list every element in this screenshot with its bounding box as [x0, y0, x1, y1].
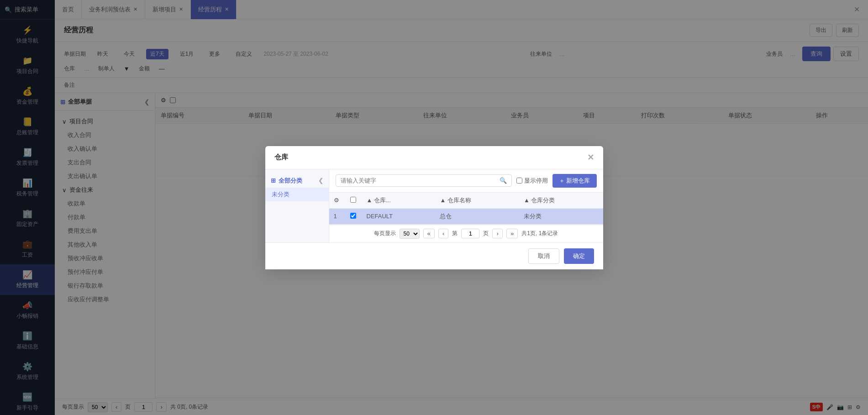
modal-col-category[interactable]: ▲ 仓库分类 — [519, 193, 603, 209]
modal-last-btn[interactable]: » — [506, 229, 518, 238]
warehouse-modal: 仓库 ✕ ⊞ 全部分类 ❮ 未分类 🔍 — [265, 146, 603, 269]
modal-confirm-button[interactable]: 确定 — [564, 248, 594, 264]
modal-left-header[interactable]: ⊞ 全部分类 ❮ — [265, 174, 329, 188]
add-warehouse-button[interactable]: ＋ 新增仓库 — [552, 174, 597, 188]
grid-icon-modal: ⊞ — [271, 177, 276, 184]
modal-title: 仓库 — [274, 153, 288, 162]
modal-search-input[interactable] — [341, 177, 497, 184]
modal-row-code: DEFAULT — [362, 208, 436, 224]
modal-page-input[interactable] — [461, 229, 479, 238]
modal-right-toolbar: 🔍 显示停用 ＋ 新增仓库 — [329, 169, 603, 193]
modal-left-panel: ⊞ 全部分类 ❮ 未分类 — [265, 169, 329, 242]
modal-left-collapse[interactable]: ❮ — [318, 177, 323, 184]
modal-next-btn[interactable]: › — [492, 229, 502, 238]
modal-all-category-label: 全部分类 — [279, 177, 302, 185]
modal-left-item-label: 未分类 — [272, 191, 289, 198]
modal-right-panel: 🔍 显示停用 ＋ 新增仓库 ⚙ — [329, 169, 603, 242]
modal-page-suffix: 页 — [483, 230, 489, 237]
show-disabled-label[interactable]: 显示停用 — [516, 177, 548, 185]
modal-select-all[interactable] — [350, 197, 356, 203]
modal-left-item-uncategorized[interactable]: 未分类 — [265, 188, 329, 201]
modal-search-box[interactable]: 🔍 — [336, 174, 512, 187]
modal-row-check[interactable] — [350, 213, 356, 219]
modal-page-label: 第 — [452, 230, 458, 237]
modal-col-settings: ⚙ — [329, 193, 346, 209]
show-disabled-checkbox[interactable] — [516, 178, 522, 184]
modal-cancel-button[interactable]: 取消 — [528, 248, 559, 264]
modal-first-btn[interactable]: « — [423, 229, 435, 238]
modal-prev-btn[interactable]: ‹ — [438, 229, 448, 238]
modal-row-category: 未分类 — [519, 208, 603, 224]
modal-col-name[interactable]: ▲ 仓库名称 — [435, 193, 519, 209]
modal-col-code[interactable]: ▲ 仓库... — [362, 193, 436, 209]
modal-per-page-label: 每页显示 — [374, 230, 396, 237]
modal-pagination: 每页显示 50 « ‹ 第 页 › » 共1页, 1条记录 — [329, 225, 603, 242]
modal-close-button[interactable]: ✕ — [587, 152, 594, 163]
modal-header: 仓库 ✕ — [265, 146, 603, 169]
modal-body: ⊞ 全部分类 ❮ 未分类 🔍 显示停用 — [265, 169, 603, 242]
modal-total-text: 共1页, 1条记录 — [521, 230, 558, 237]
modal-table-row[interactable]: 1 DEFAULT 总仓 未分类 — [329, 208, 603, 224]
modal-table: ⚙ ▲ 仓库... ▲ 仓库名称 ▲ 仓库分类 — [329, 193, 603, 225]
modal-table-container: ⚙ ▲ 仓库... ▲ 仓库名称 ▲ 仓库分类 — [329, 193, 603, 225]
modal-per-page-select[interactable]: 50 — [400, 229, 420, 239]
modal-search-icon: 🔍 — [500, 177, 507, 184]
modal-row-num: 1 — [329, 208, 346, 224]
modal-row-checkbox[interactable] — [346, 208, 362, 224]
modal-row-name: 总仓 — [435, 208, 519, 224]
modal-actions: 取消 确定 — [265, 242, 603, 269]
show-disabled-text: 显示停用 — [524, 177, 548, 185]
modal-col-checkbox — [346, 193, 362, 209]
modal-overlay: 仓库 ✕ ⊞ 全部分类 ❮ 未分类 🔍 — [0, 0, 868, 415]
